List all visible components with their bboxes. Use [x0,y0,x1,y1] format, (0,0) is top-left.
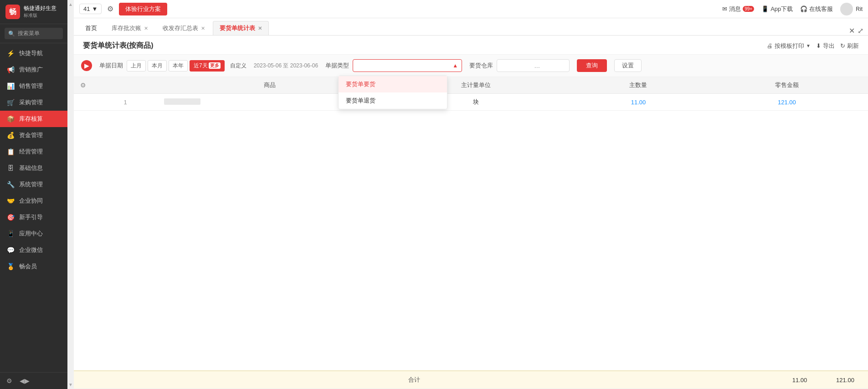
total-empty-unit [722,371,777,389]
type-select[interactable]: ▲ [353,59,462,72]
print-template-btn[interactable]: 🖨 按模板打印 ▼ [767,42,811,50]
chevron-right-icon: ▶ [84,62,89,69]
expand-tabs-btn[interactable]: ⤢ [858,26,863,35]
table-quantity-header: 主数量 [571,77,705,94]
sidebar-item-inventory[interactable]: 📦库存核算 [0,111,67,127]
sidebar-item-wechat[interactable]: 💬企业微信 [0,242,67,258]
sidebar-item-system[interactable]: 🔧系统管理 [0,176,67,193]
nav-label-basic: 基础信息 [19,164,43,172]
sidebar-header: 畅 畅捷通好生意 标准版 [0,0,67,24]
nav-icon-operation: 📋 [6,148,15,156]
sidebar-nav: ⚡快捷导航📢营销推广📊销售管理🛒采购管理📦库存核算💰资金管理📋经营管理🗄基础信息… [0,43,67,372]
set-btn[interactable]: 设置 [614,59,642,72]
sidebar-item-marketing[interactable]: 📢营销推广 [0,61,67,78]
amount-link[interactable]: 121.00 [778,99,796,106]
sidebar-item-finance[interactable]: 💰资金管理 [0,127,67,143]
nav-label-system: 系统管理 [19,180,43,189]
sidebar-item-guide[interactable]: 🎯新手引导 [0,209,67,225]
messages-label: 消息 [729,5,741,13]
print-icon: 🖨 [767,42,773,49]
username: Rit [856,6,863,12]
collapse-icon[interactable]: ◀▶ [20,377,30,384]
type-select-input[interactable] [357,62,452,69]
warehouse-filter-group: 要货仓库 … [469,59,570,72]
sidebar-item-membership[interactable]: 🏅畅会员 [0,258,67,275]
search-menu-btn[interactable]: 🔍 搜索菜单 [5,28,63,39]
table-body: 1 块 11.00 121.00 [74,94,868,111]
nav-icon-appstore: 📱 [6,230,15,238]
tab-label-home: 首页 [85,24,97,32]
page-header: 要货单统计表(按商品) 🖨 按模板打印 ▼ ⬇ 导出 ↻ 刷新 [74,36,868,55]
quantity-link[interactable]: 11.00 [631,99,646,106]
nav-icon-finance: 💰 [6,131,15,139]
page-inner: 要货单统计表(按商品) 🖨 按模板打印 ▼ ⬇ 导出 ↻ 刷新 [74,36,868,389]
custom-date-btn[interactable]: 自定义 [226,61,250,71]
messages-btn[interactable]: ✉ 消息 99+ [722,5,754,13]
nav-label-enterprise: 企业协同 [19,197,43,205]
dropdown-item-order-goods[interactable]: 要货单要货 [339,76,447,92]
topbar-settings-icon[interactable]: ⚙ [105,3,115,15]
data-table: ⚙ 商品 主计量单位 主数量 零售金额 1 块 11.00 [74,77,868,111]
sidebar-item-appstore[interactable]: 📱应用中心 [0,225,67,242]
nav-label-sales: 销售管理 [19,82,43,90]
dropdown-item-order-return[interactable]: 要货单退货 [339,92,447,109]
type-filter-group: 单据类型 ▲ [325,59,462,72]
filter-toggle-btn[interactable]: ▶ [81,60,92,71]
online-service-btn[interactable]: 🎧 在线客服 [800,5,833,13]
tab-inventory-batch[interactable]: 库存批次账✕ [105,21,155,35]
refresh-btn[interactable]: ↻ 刷新 [840,42,859,50]
table-rownum-header [92,77,159,94]
row-quantity: 11.00 [571,94,705,111]
user-info[interactable]: Rit [840,3,863,15]
online-service-label: 在线客服 [809,5,833,13]
tab-label-inventory-batch: 库存批次账 [112,24,141,32]
product-placeholder [164,98,200,105]
recent-7-btn[interactable]: 近7天 更多 [190,60,225,72]
page-title: 要货单统计表(按商品) [83,41,154,51]
sidebar-item-sales[interactable]: 📊销售管理 [0,78,67,94]
table-settings-header[interactable]: ⚙ [74,77,92,94]
date-filter-group: 单据日期 上月 本月 本年 近7天 更多 自定义 2023-05-06 至 20… [99,60,318,72]
last-month-btn[interactable]: 上月 [127,60,146,72]
warehouse-more-icon[interactable]: … [534,62,565,69]
settings-icon[interactable]: ⚙ [6,377,12,384]
app-download-btn[interactable]: 📱 App下载 [761,5,793,13]
nav-label-purchase: 采购管理 [19,98,43,107]
total-empty-2 [87,371,106,389]
sidebar-item-basic[interactable]: 🗄基础信息 [0,160,67,176]
type-dropdown: 要货单要货 要货单退货 [338,76,447,109]
date-range-text: 2023-05-06 至 2023-06-06 [254,62,318,70]
tab-shipment-summary[interactable]: 收发存汇总表✕ [156,21,212,35]
query-btn[interactable]: 查询 [577,59,607,72]
tab-home[interactable]: 首页 [78,21,104,35]
export-icon: ⬇ [816,42,821,49]
nav-label-wechat: 企业微信 [19,246,43,254]
sidebar-item-operation[interactable]: 📋经营管理 [0,143,67,160]
trial-btn[interactable]: 体验行业方案 [119,3,167,15]
avatar [840,3,853,15]
tab-bar: 首页库存批次账✕收发存汇总表✕要货单统计表✕ ✕ ⤢ [74,18,868,36]
close-all-tabs-btn[interactable]: ✕ [849,26,855,35]
warehouse-select[interactable]: … [497,59,570,72]
nav-icon-system: 🔧 [6,180,15,189]
this-year-btn[interactable]: 本年 [169,60,188,72]
tab-close-inventory-batch[interactable]: ✕ [144,26,148,31]
table-header-row: ⚙ 商品 主计量单位 主数量 零售金额 [74,77,868,94]
tab-close-shipment-summary[interactable]: ✕ [201,26,205,31]
tab-close-order-summary[interactable]: ✕ [258,26,262,31]
sidebar-item-quick-nav[interactable]: ⚡快捷导航 [0,45,67,61]
sidebar-item-purchase[interactable]: 🛒采购管理 [0,94,67,111]
total-amount: 121.00 [822,371,868,389]
table-settings-icon[interactable]: ⚙ [80,82,86,89]
type-chevron-up-icon[interactable]: ▲ [452,62,458,69]
sidebar-scroll[interactable]: ▲ ▼ [67,0,74,389]
total-row: 合计 11.00 121.00 [74,371,868,389]
tab-label-shipment-summary: 收发存汇总表 [163,24,198,32]
store-selector[interactable]: 41 ▼ [79,4,102,14]
tab-order-summary[interactable]: 要货单统计表✕ [213,21,269,35]
this-month-btn[interactable]: 本月 [148,60,167,72]
brand-text: 畅捷通好生意 标准版 [24,5,56,19]
row-num: 1 [92,94,159,111]
sidebar-item-enterprise[interactable]: 🤝企业协同 [0,193,67,209]
export-btn[interactable]: ⬇ 导出 [816,42,835,50]
